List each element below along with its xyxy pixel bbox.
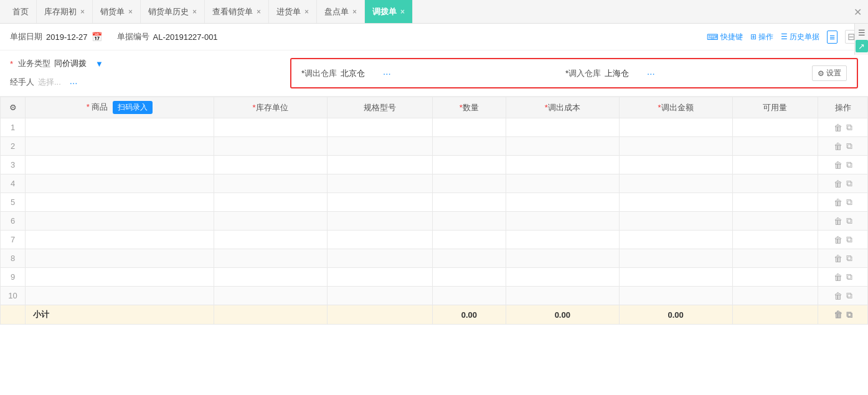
close-tab-sales-order[interactable]: ×: [128, 8, 133, 16]
cost-cell[interactable]: [506, 268, 619, 287]
copy-row-icon[interactable]: ⧉: [846, 197, 852, 207]
copy-row-icon[interactable]: ⧉: [846, 216, 852, 226]
copy-row-icon[interactable]: ⧉: [846, 141, 852, 151]
cost-cell[interactable]: [506, 249, 619, 268]
amount-cell[interactable]: [619, 249, 732, 268]
unit-cell[interactable]: [214, 137, 327, 156]
qty-cell[interactable]: [432, 212, 506, 231]
unit-cell[interactable]: [214, 118, 327, 137]
product-cell[interactable]: [26, 231, 214, 249]
delete-row-icon[interactable]: 🗑: [834, 235, 842, 245]
layout-toggle-1[interactable]: ≡: [827, 31, 837, 44]
spec-cell[interactable]: [327, 137, 432, 156]
copy-row-icon[interactable]: ⧉: [846, 178, 852, 189]
close-tab-inventory-check[interactable]: ×: [352, 8, 357, 16]
cost-cell[interactable]: [506, 137, 619, 156]
unit-cell[interactable]: [214, 174, 327, 193]
tab-sales-order[interactable]: 销货单 ×: [93, 0, 141, 23]
amount-cell[interactable]: [619, 193, 732, 212]
scan-button[interactable]: 扫码录入: [113, 101, 153, 114]
amount-cell[interactable]: [619, 156, 732, 174]
qty-cell[interactable]: [432, 231, 506, 249]
close-tab-view-sales[interactable]: ×: [257, 8, 261, 16]
delete-row-icon[interactable]: 🗑: [834, 216, 842, 226]
person-more-button[interactable]: ···: [70, 77, 78, 88]
delete-row-icon[interactable]: 🗑: [834, 160, 842, 170]
qty-cell[interactable]: [432, 174, 506, 193]
biz-type-dropdown[interactable]: ▼: [95, 59, 103, 69]
copy-icon[interactable]: ⧉: [846, 310, 852, 320]
copy-row-icon[interactable]: ⧉: [846, 272, 852, 282]
product-cell[interactable]: [26, 287, 214, 305]
history-button[interactable]: ☰ 历史单据: [781, 32, 819, 42]
tab-transfer[interactable]: 调拨单 ×: [365, 0, 413, 23]
close-tab-purchase[interactable]: ×: [304, 8, 309, 16]
product-cell[interactable]: [26, 156, 214, 174]
spec-cell[interactable]: [327, 212, 432, 231]
out-warehouse-more-button[interactable]: ···: [383, 68, 391, 79]
qty-cell[interactable]: [432, 137, 506, 156]
col-settings[interactable]: ⚙: [1, 97, 26, 118]
product-cell[interactable]: [26, 137, 214, 156]
tab-purchase[interactable]: 进货单 ×: [269, 0, 317, 23]
in-warehouse-more-button[interactable]: ···: [647, 68, 655, 79]
qty-cell[interactable]: [432, 287, 506, 305]
qty-cell[interactable]: [432, 249, 506, 268]
unit-cell[interactable]: [214, 287, 327, 305]
person-select[interactable]: 选择...: [38, 77, 61, 88]
delete-row-icon[interactable]: 🗑: [834, 291, 842, 301]
unit-cell[interactable]: [214, 212, 327, 231]
unit-cell[interactable]: [214, 268, 327, 287]
amount-cell[interactable]: [619, 287, 732, 305]
qty-cell[interactable]: [432, 118, 506, 137]
amount-cell[interactable]: [619, 268, 732, 287]
shortcuts-button[interactable]: ⌨ 快捷键: [707, 32, 743, 42]
unit-cell[interactable]: [214, 156, 327, 174]
unit-cell[interactable]: [214, 231, 327, 249]
amount-cell[interactable]: [619, 212, 732, 231]
right-panel-list-icon[interactable]: ☰: [856, 26, 868, 39]
settings-button[interactable]: ⚙ 设置: [812, 65, 847, 81]
spec-cell[interactable]: [327, 118, 432, 137]
delete-row-icon[interactable]: 🗑: [834, 123, 842, 133]
amount-cell[interactable]: [619, 118, 732, 137]
copy-row-icon[interactable]: ⧉: [846, 122, 852, 133]
product-cell[interactable]: [26, 193, 214, 212]
tab-sales-history[interactable]: 销货单历史 ×: [141, 0, 205, 23]
copy-row-icon[interactable]: ⧉: [846, 253, 852, 264]
close-window-button[interactable]: ✕: [854, 6, 862, 17]
cost-cell[interactable]: [506, 193, 619, 212]
delete-row-icon[interactable]: 🗑: [834, 141, 842, 151]
right-panel-expand-icon[interactable]: ↗: [856, 40, 868, 52]
cost-cell[interactable]: [506, 156, 619, 174]
delete-icon[interactable]: 🗑: [834, 310, 842, 320]
close-tab-transfer[interactable]: ×: [400, 8, 405, 16]
amount-cell[interactable]: [619, 231, 732, 249]
cost-cell[interactable]: [506, 287, 619, 305]
qty-cell[interactable]: [432, 193, 506, 212]
delete-row-icon[interactable]: 🗑: [834, 198, 842, 207]
product-cell[interactable]: [26, 249, 214, 268]
tab-inventory-check[interactable]: 盘点单 ×: [317, 0, 365, 23]
spec-cell[interactable]: [327, 249, 432, 268]
unit-cell[interactable]: [214, 249, 327, 268]
copy-row-icon[interactable]: ⧉: [846, 290, 852, 301]
product-cell[interactable]: [26, 174, 214, 193]
spec-cell[interactable]: [327, 193, 432, 212]
product-cell[interactable]: [26, 212, 214, 231]
amount-cell[interactable]: [619, 174, 732, 193]
tab-home[interactable]: 首页: [5, 0, 37, 23]
unit-cell[interactable]: [214, 193, 327, 212]
operations-button[interactable]: ⊞ 操作: [750, 32, 773, 42]
calendar-icon[interactable]: 📅: [92, 32, 102, 42]
spec-cell[interactable]: [327, 268, 432, 287]
delete-row-icon[interactable]: 🗑: [834, 272, 842, 282]
spec-cell[interactable]: [327, 287, 432, 305]
amount-cell[interactable]: [619, 137, 732, 156]
cost-cell[interactable]: [506, 174, 619, 193]
qty-cell[interactable]: [432, 268, 506, 287]
product-cell[interactable]: [26, 268, 214, 287]
copy-row-icon[interactable]: ⧉: [846, 234, 852, 245]
spec-cell[interactable]: [327, 156, 432, 174]
cost-cell[interactable]: [506, 118, 619, 137]
